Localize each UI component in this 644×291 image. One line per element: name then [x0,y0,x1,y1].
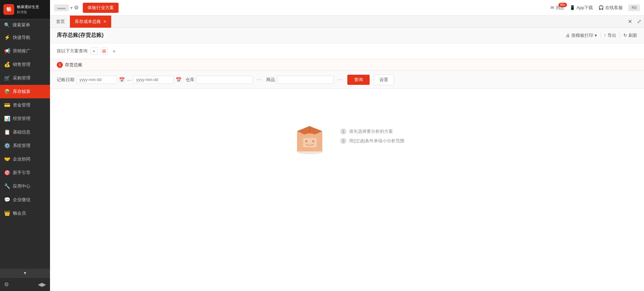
tab-close-icon[interactable]: ✕ [103,19,106,24]
filter-add-button[interactable]: + [90,47,98,55]
user-info[interactable]: Rit [628,4,640,11]
sidebar-item-system[interactable]: ⚙️ 系统管理 [0,139,50,152]
tab-home[interactable]: 首页 [51,16,70,28]
quick-nav-icon: ⚡ [4,34,10,41]
product-more-icon[interactable]: ··· [336,77,343,83]
empty-svg [290,116,330,156]
system-icon: ⚙️ [4,143,10,149]
filter-label: 按以下方案查询 [57,48,88,54]
divider [600,33,601,38]
filter-collapse-button[interactable]: « [110,47,118,55]
sidebar-item-label: 基础信息 [13,129,30,135]
warehouse-more-icon[interactable]: ··· [255,77,262,83]
date-field: 记账日期 📅 — 📅 [57,76,181,84]
export-icon: ↑ [604,33,606,38]
expand-panel-button[interactable]: ⤢ [636,17,643,26]
settings-button[interactable]: 设置 [374,74,394,85]
refresh-icon: ↻ [623,33,627,38]
refresh-button[interactable]: ↻ 刷新 [623,32,637,39]
sidebar-item-marketing[interactable]: 📢 营销推广 [0,44,50,58]
sidebar-item-member[interactable]: 👑 畅会员 [0,207,50,220]
topbar: ▬▬ ▾ ⚙ 体验行业方案 ✉ 消息 99+ 📱 App下载 🎧 在线客服 Ri… [50,0,644,16]
app-version: 标准版 [17,10,39,15]
scroll-down-button[interactable]: ▼ [0,269,50,277]
phone-icon: 📱 [570,5,575,10]
topbar-settings-icon[interactable]: ⚙ [74,4,79,11]
sidebar-item-operations[interactable]: 📊 经营管理 [0,112,50,125]
export-button[interactable]: ↑ 导出 [604,32,617,39]
sidebar-item-quick-nav[interactable]: ⚡ 快捷导航 [0,31,50,44]
message-button[interactable]: ✉ 消息 99+ [550,5,564,11]
printer-icon: 🖨 [566,33,570,38]
sidebar-item-purchase[interactable]: 🛒 采购管理 [0,71,50,85]
query-button[interactable]: 查询 [347,75,370,85]
schema-item: S 存货总账 [50,59,644,71]
sidebar-item-label: 应用中心 [13,183,30,189]
sidebar-item-label: 快捷导航 [13,34,30,41]
page-actions: 🖨 按模板打印 ▾ ↑ 导出 ↻ 刷新 [566,32,638,39]
topbar-right: ✉ 消息 99+ 📱 App下载 🎧 在线客服 Rit [550,4,640,11]
sidebar-item-collab[interactable]: 🤝 企业协同 [0,152,50,166]
sidebar-item-basic[interactable]: 📋 基础信息 [0,125,50,139]
refresh-label: 刷新 [628,32,637,39]
empty-state: 1 请先选择要分析的方案 2 用[过滤]条件来缩小分析范围 [50,89,644,184]
sidebar-item-finance[interactable]: 💳 资金管理 [0,98,50,112]
service-label: 在线客服 [605,5,623,11]
tip-text-2: 用[过滤]条件来缩小分析范围 [349,138,404,144]
sidebar-item-label: 新手引导 [13,170,30,176]
warehouse-input[interactable] [196,76,253,84]
svg-point-5 [312,140,314,142]
date-end-input[interactable] [133,76,174,84]
tip-number-1: 1 [340,128,346,135]
sidebar-item-label: 销售管理 [13,62,30,68]
sidebar-item-label: 经营管理 [13,116,30,122]
date-start-input[interactable] [76,76,117,84]
schema-item-label[interactable]: 存货总账 [65,62,82,68]
export-label: 导出 [608,32,616,39]
trial-button[interactable]: 体验行业方案 [83,3,119,13]
sidebar-footer: ⚙ ◀▶ [0,277,50,291]
search-icon: 🔍 [4,22,10,28]
settings-icon[interactable]: ⚙ [4,281,9,288]
apps-icon: 🔧 [4,183,10,189]
tab-inventory-ledger[interactable]: 库存成本总账 ✕ [70,16,112,28]
warehouse-label: 仓库 [185,77,194,83]
logo-icon: 畅 [3,4,14,15]
sidebar-item-wechat[interactable]: 💬 企业微信 [0,193,50,207]
sidebar-item-apps[interactable]: 🔧 应用中心 [0,179,50,193]
sidebar-item-inventory[interactable]: 📦 库存核算 [0,85,50,98]
sidebar-item-newbie[interactable]: 🎯 新手引导 [0,166,50,179]
calendar-end-icon[interactable]: 📅 [176,77,181,82]
product-input[interactable] [277,76,334,84]
topbar-left: ▬▬ ▾ ⚙ 体验行业方案 [54,3,550,13]
sidebar-item-label: 采购管理 [13,75,30,81]
sidebar-item-sales[interactable]: 💰 销售管理 [0,58,50,71]
chevron-down-icon[interactable]: ▾ [70,5,73,10]
filter-row: 记账日期 📅 — 📅 仓库 ··· 商品 ··· 查询 设置 [50,71,644,89]
tabbar-right: ✕ ⤢ [626,17,643,26]
sales-icon: 💰 [4,62,10,68]
collab-icon: 🤝 [4,156,10,162]
member-icon: 👑 [4,210,10,216]
purchase-icon: 🛒 [4,75,10,81]
empty-inner: 1 请先选择要分析的方案 2 用[过滤]条件来缩小分析范围 [290,116,404,156]
page-title: 库存总账(存货总账) [57,32,104,39]
empty-tip-2: 2 用[过滤]条件来缩小分析范围 [340,138,404,144]
close-panel-button[interactable]: ✕ [626,17,634,26]
print-dropdown-icon[interactable]: ▾ [595,33,597,38]
print-label: 按模板打印 [571,32,593,39]
calendar-start-icon[interactable]: 📅 [119,77,125,82]
message-badge: 99+ [559,3,567,7]
app-download-label: App下载 [576,5,593,11]
warehouse-field: 仓库 ··· [185,76,262,84]
headset-icon: 🎧 [598,5,604,10]
online-service-button[interactable]: 🎧 在线客服 [598,5,623,11]
search-menu[interactable]: 🔍 搜索菜单 [0,19,50,31]
sidebar-item-label: 库存核算 [13,89,30,95]
inventory-icon: 📦 [4,89,10,95]
filter-schema-button[interactable]: ⊞ [100,47,108,55]
collapse-icon[interactable]: ◀▶ [38,281,46,288]
print-button[interactable]: 🖨 按模板打印 ▾ [566,32,597,39]
app-download-button[interactable]: 📱 App下载 [570,5,593,11]
tabbar: 首页 库存成本总账 ✕ ✕ ⤢ [50,16,644,28]
